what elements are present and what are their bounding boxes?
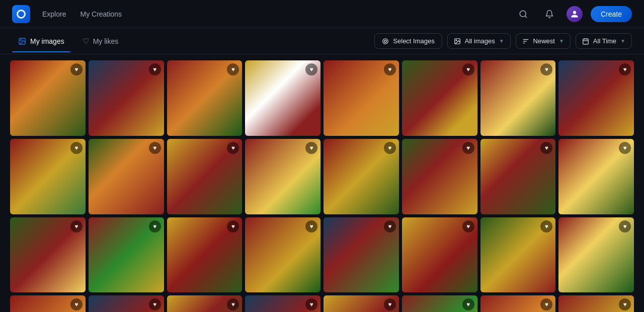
heart-button-11[interactable]: ♥ (227, 142, 239, 154)
heart-button-4[interactable]: ♥ (305, 63, 317, 75)
heart-button-16[interactable]: ♥ (619, 142, 631, 154)
images-filter-icon (454, 38, 461, 45)
svg-point-7 (456, 40, 457, 41)
gallery-image-8[interactable]: ♥ (558, 60, 634, 136)
logo-icon (17, 10, 26, 19)
header-right: Create (514, 5, 632, 23)
heart-button-5[interactable]: ♥ (384, 63, 396, 75)
user-icon (571, 10, 579, 18)
heart-button-24[interactable]: ♥ (619, 220, 631, 232)
heart-button-6[interactable]: ♥ (462, 63, 474, 75)
gallery-container: ♥♥♥♥♥♥♥♥♥♥♥♥♥♥♥♥♥♥♥♥♥♥♥♥♥♥♥♥♥♥♥♥♥♥♥♥♥1♥♥… (0, 54, 644, 312)
heart-icon-tab: ♡ (83, 37, 89, 46)
heart-button-13[interactable]: ♥ (384, 142, 396, 154)
all-time-label: All Time (593, 37, 616, 45)
heart-button-9[interactable]: ♥ (70, 142, 83, 154)
heart-button-18[interactable]: ♥ (149, 220, 161, 232)
tab-group: My images ♡ My likes (12, 34, 364, 49)
gallery-image-25[interactable]: ♥ (10, 295, 86, 312)
heart-button-8[interactable]: ♥ (619, 63, 631, 75)
gallery-image-24[interactable]: ♥ (558, 217, 634, 293)
heart-button-19[interactable]: ♥ (227, 220, 239, 232)
gallery-image-1[interactable]: ♥ (10, 60, 86, 136)
gallery-image-19[interactable]: ♥ (167, 217, 243, 293)
heart-button-10[interactable]: ♥ (149, 142, 161, 154)
heart-button-20[interactable]: ♥ (305, 220, 317, 232)
all-images-dropdown[interactable]: All images ▼ (447, 33, 511, 49)
heart-button-30[interactable]: ♥ (462, 298, 474, 310)
gallery-image-27[interactable]: ♥ (167, 295, 243, 312)
gallery-image-13[interactable]: ♥ (324, 139, 399, 214)
gallery-image-6[interactable]: ♥ (402, 60, 477, 136)
gallery-image-23[interactable]: ♥ (480, 217, 556, 293)
gallery-image-4[interactable]: ♥ (245, 60, 320, 136)
gallery-image-26[interactable]: ♥ (89, 295, 164, 312)
calendar-icon (582, 38, 589, 45)
heart-button-2[interactable]: ♥ (149, 63, 161, 75)
nav-item-explore[interactable]: Explore (42, 10, 66, 18)
header: Explore My Creations Create (0, 0, 644, 28)
gallery-image-30[interactable]: ♥ (402, 295, 477, 312)
newest-dropdown[interactable]: Newest ▼ (516, 33, 571, 49)
gallery-image-18[interactable]: ♥ (89, 217, 164, 293)
heart-button-15[interactable]: ♥ (540, 142, 552, 154)
search-icon (519, 10, 528, 19)
all-time-chevron: ▼ (620, 38, 625, 44)
gallery-image-15[interactable]: ♥ (480, 139, 556, 214)
nav-item-my-creations[interactable]: My Creations (80, 10, 121, 18)
heart-button-14[interactable]: ♥ (462, 142, 474, 154)
create-button[interactable]: Create (591, 6, 632, 22)
heart-button-17[interactable]: ♥ (70, 220, 83, 232)
heart-button-23[interactable]: ♥ (540, 220, 552, 232)
gallery-image-9[interactable]: ♥ (10, 139, 86, 214)
gallery-image-31[interactable]: ♥ (480, 295, 556, 312)
tab-my-images[interactable]: My images (12, 34, 70, 48)
svg-point-5 (384, 40, 387, 42)
all-time-dropdown[interactable]: All Time ▼ (576, 33, 632, 49)
logo[interactable] (12, 5, 30, 23)
svg-point-3 (21, 39, 22, 40)
gallery-image-12[interactable]: ♥ (245, 139, 320, 214)
tab-my-likes[interactable]: ♡ My likes (76, 34, 125, 49)
newest-label: Newest (533, 37, 555, 45)
gallery-image-11[interactable]: ♥ (167, 139, 243, 214)
images-icon (18, 37, 26, 45)
gallery-image-29[interactable]: ♥ (324, 295, 399, 312)
bell-icon (545, 10, 554, 19)
heart-button-21[interactable]: ♥ (384, 220, 396, 232)
select-images-button[interactable]: Select Images (374, 33, 442, 49)
heart-button-1[interactable]: ♥ (70, 63, 83, 75)
gallery-image-3[interactable]: ♥ (167, 60, 243, 136)
heart-button-25[interactable]: ♥ (70, 298, 83, 310)
heart-button-12[interactable]: ♥ (305, 142, 317, 154)
heart-button-22[interactable]: ♥ (462, 220, 474, 232)
newest-chevron: ▼ (559, 38, 564, 44)
gallery-image-22[interactable]: ♥ (402, 217, 477, 293)
all-images-label: All images (465, 37, 495, 45)
select-images-label: Select Images (393, 37, 434, 45)
notifications-button[interactable] (540, 5, 558, 23)
gallery-grid: ♥♥♥♥♥♥♥♥♥♥♥♥♥♥♥♥♥♥♥♥♥♥♥♥♥♥♥♥♥♥♥♥♥♥♥♥♥1♥♥… (10, 60, 634, 312)
gallery-image-17[interactable]: ♥ (10, 217, 86, 293)
gallery-image-32[interactable]: ♥ (558, 295, 634, 312)
all-images-chevron: ▼ (499, 38, 504, 44)
heart-button-26[interactable]: ♥ (149, 298, 161, 310)
gallery-image-2[interactable]: ♥ (89, 60, 164, 136)
filter-group: Select Images All images ▼ Newest ▼ All … (374, 33, 632, 49)
search-button[interactable] (514, 5, 532, 23)
gallery-image-14[interactable]: ♥ (402, 139, 477, 214)
gallery-image-21[interactable]: ♥ (324, 217, 399, 293)
sort-icon (522, 38, 529, 45)
gallery-image-10[interactable]: ♥ (89, 139, 164, 214)
gallery-image-20[interactable]: ♥ (245, 217, 320, 293)
gallery-image-7[interactable]: ♥ (480, 60, 556, 136)
gallery-image-16[interactable]: ♥ (558, 139, 634, 214)
user-avatar[interactable] (567, 6, 583, 22)
heart-button-29[interactable]: ♥ (384, 298, 396, 310)
svg-line-1 (525, 16, 526, 17)
gallery-image-5[interactable]: ♥ (324, 60, 399, 136)
gallery-image-28[interactable]: ♥ (245, 295, 320, 312)
svg-rect-11 (583, 39, 589, 44)
sub-header: My images ♡ My likes Select Images All i… (0, 28, 644, 54)
main-nav: Explore My Creations (42, 10, 514, 18)
